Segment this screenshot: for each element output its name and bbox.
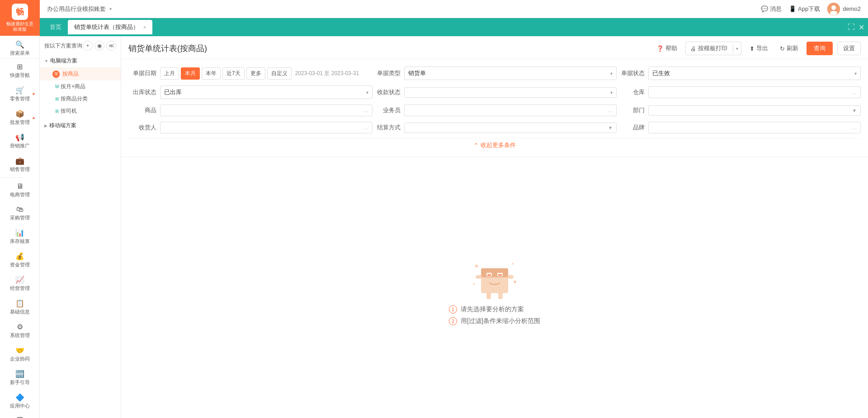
sidebar-search[interactable]: 🔍 搜索菜单 [0, 36, 39, 58]
sidebar-item-inventory[interactable]: 📊 库存核算 [0, 225, 39, 248]
sidebar-item-sales[interactable]: 💼 销售管理 [0, 153, 39, 176]
consignee-input[interactable]: … [160, 122, 373, 133]
custom-btn[interactable]: 自定义 [267, 67, 292, 80]
more-btn[interactable]: 更多 [246, 67, 265, 80]
right-content: 销货单统计表(按商品) ❓ 帮助 🖨 按模板打印 ▾ ⬆ [121, 36, 868, 418]
plan-sub-driver[interactable]: ⊞ 按司机 [40, 105, 121, 117]
guide-icon: 🆕 [15, 370, 24, 378]
sub-label-1: 按月+商品 [61, 83, 85, 90]
left-panel-header: 按以下方案查询 + ◉ ≪ [40, 41, 121, 54]
salesperson-input[interactable]: … [404, 104, 617, 116]
messages-btn[interactable]: 💬 消息 [761, 5, 782, 13]
sidebar-item-appcenter[interactable]: 🔷 应用中心 [0, 390, 39, 413]
sales-icon: 💼 [15, 157, 24, 165]
settlement-label: 结算方式 [373, 124, 404, 132]
step-number-2: 2 [449, 317, 457, 325]
date-label: 单据日期 [128, 69, 160, 77]
sidebar-logo[interactable]: 畅 畅捷通好生意 标准版 [0, 0, 40, 36]
step-label-2: 用[过滤]条件来缩小分析范围 [461, 317, 540, 325]
date-range: 2023-03-01 至 2023-03-31 [295, 70, 359, 77]
mobile-group-toggle: ▶ [44, 124, 47, 128]
user-btn[interactable]: demo2 [827, 3, 861, 15]
sidebar-item-system[interactable]: ⚙ 系统管理 [0, 319, 39, 342]
help-btn[interactable]: ❓ 帮助 [653, 43, 681, 54]
quicknav-label: 快捷导航 [10, 72, 30, 79]
filter-row-2: 出库状态 已出库 ▾ 收款状态 ▾ [128, 83, 861, 102]
enterprise-icon: 🤝 [15, 346, 24, 355]
settlement-arrow: ▼ [608, 125, 613, 130]
ecommerce-icon: 🖥 [16, 182, 24, 190]
tab-close-all-btn[interactable]: ✕ [859, 23, 864, 32]
empty-illustration [467, 250, 522, 300]
settings-btn[interactable]: 设置 [837, 42, 861, 55]
doctype-value: 销货单 [408, 69, 426, 77]
print-label: 按模板打印 [698, 44, 727, 52]
sidebar-item-wholesale[interactable]: 📦 批发管理 ▲ [0, 106, 39, 129]
warehouse-input[interactable]: … [648, 86, 861, 98]
wholesale-label: 批发管理 [10, 119, 30, 126]
sub-icon-1: M [55, 84, 59, 89]
query-btn[interactable]: 查询 [807, 42, 833, 55]
guide-label: 新手引导 [10, 379, 30, 386]
doctype-select[interactable]: 销货单 ▾ [404, 66, 617, 80]
consignee-dots: … [363, 124, 368, 131]
plan-item-by-goods[interactable]: 按 按商品 [40, 67, 121, 81]
this-month-btn[interactable]: 本月 [181, 67, 200, 80]
collapse-more-btn[interactable]: ⌃ 收起更多条件 [128, 138, 861, 152]
receipt-select[interactable]: ▾ [404, 87, 617, 98]
this-year-btn[interactable]: 本年 [202, 67, 221, 80]
outbound-label: 出库状态 [128, 88, 160, 96]
brand-input[interactable]: … [648, 122, 861, 133]
empty-step-1: 1 请先选择要分析的方案 [449, 305, 540, 314]
settlement-select[interactable]: ▼ [404, 123, 617, 133]
tab-bar-actions: ⛶ ✕ [848, 23, 864, 32]
avatar [827, 3, 840, 15]
messages-icon: 💬 [761, 5, 768, 12]
sidebar-item-finance[interactable]: 💰 资金管理 [0, 248, 39, 272]
sidebar-item-retail[interactable]: 🛒 零售管理 ▼ [0, 82, 39, 106]
dept-select[interactable]: ▼ [648, 105, 861, 116]
plan-sub-category[interactable]: ⊞ 按商品分类 [40, 93, 121, 105]
print-btn-main[interactable]: 🖨 按模板打印 [686, 42, 732, 55]
search-label: 搜索菜单 [10, 50, 30, 57]
tab-close-btn[interactable]: × [143, 25, 146, 30]
marketing-icon: 📢 [15, 133, 24, 142]
print-icon: 🖨 [690, 45, 696, 52]
sidebar-item-ecommerce[interactable]: 🖥 电商管理 [0, 179, 39, 202]
refresh-btn[interactable]: ↻ 刷新 [776, 43, 802, 54]
filter-brand-cell: 品牌 … [617, 119, 861, 136]
collapse-panel-btn[interactable]: ≪ [106, 41, 116, 51]
sidebar-item-marketing[interactable]: 📢 营销推广 [0, 129, 39, 153]
step-number-1: 1 [449, 305, 457, 314]
tab-fullscreen-btn[interactable]: ⛶ [848, 23, 855, 32]
print-dropdown-btn[interactable]: ▾ [733, 44, 741, 53]
tab-active[interactable]: 销货单统计表（按商品） × [68, 20, 152, 34]
sidebar-item-guide[interactable]: 🆕 新手引导 [0, 366, 39, 390]
filter-salesperson-cell: 业务员 … [373, 102, 617, 119]
filter-row-1: 单据日期 上月 本月 本年 近7天 更多 自定义 2023-03-01 至 20… [128, 64, 861, 83]
breadcrumb-dropdown-icon[interactable]: ▾ [109, 6, 112, 11]
sidebar-item-purchase[interactable]: 🛍 采购管理 [0, 202, 39, 225]
desktop-group-header[interactable]: ▼ 电脑端方案 [40, 54, 121, 67]
sidebar-item-wechat[interactable]: 💬 企业微信 [0, 413, 39, 418]
sidebar-item-basics[interactable]: 📋 基础信息 [0, 295, 39, 319]
last-month-btn[interactable]: 上月 [160, 67, 179, 80]
mobile-group-header[interactable]: ▶ 移动端方案 [40, 119, 121, 132]
svg-point-16 [514, 280, 516, 283]
edit-plan-btn[interactable]: ◉ [94, 41, 104, 51]
sidebar-item-quicknav[interactable]: ⊞ 快捷导航 [0, 59, 39, 82]
goods-input[interactable]: … [160, 104, 373, 116]
outbound-select[interactable]: 已出库 ▾ [160, 86, 373, 99]
docstatus-select[interactable]: 已生效 ▾ [648, 66, 861, 80]
app-download-btn[interactable]: 📱 App下载 [789, 5, 820, 13]
sidebar-item-operations[interactable]: 📈 经营管理 [0, 272, 39, 295]
plan-sub-month-goods[interactable]: M 按月+商品 [40, 81, 121, 93]
export-btn[interactable]: ⬆ 导出 [746, 43, 772, 54]
tab-home[interactable]: 首页 [43, 20, 68, 34]
add-plan-btn[interactable]: + [83, 41, 93, 51]
consignee-label: 收货人 [128, 124, 160, 132]
last7-btn[interactable]: 近7天 [222, 67, 245, 80]
help-label: 帮助 [665, 44, 677, 52]
sidebar-item-enterprise[interactable]: 🤝 企业协同 [0, 342, 39, 366]
sub-label-2: 按商品分类 [61, 95, 88, 103]
